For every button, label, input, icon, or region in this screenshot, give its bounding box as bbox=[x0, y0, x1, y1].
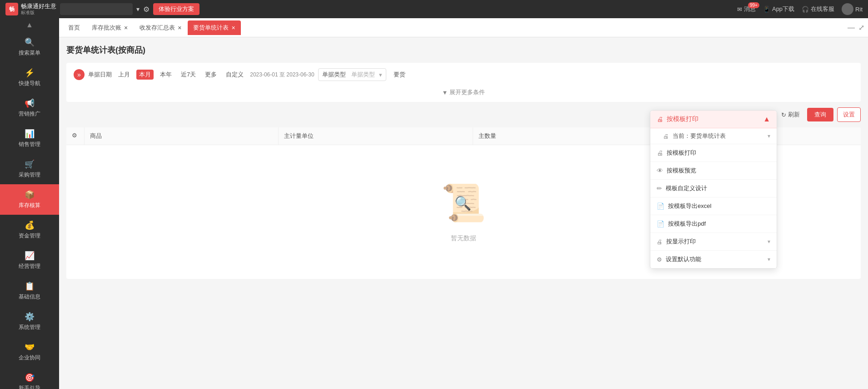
tab-batch-account[interactable]: 库存批次账 × bbox=[86, 20, 133, 35]
filter-expand-button[interactable]: » bbox=[74, 69, 85, 80]
filter-bar: » 单据日期 上月 本月 本年 近7天 更多 自定义 2023-06-01 至 … bbox=[66, 63, 861, 102]
sidebar-item-collab[interactable]: 🤝 企业协同 bbox=[0, 337, 59, 367]
filter-last-month[interactable]: 上月 bbox=[115, 70, 133, 80]
app-logo: 畅 畅康通好生意 标准版 bbox=[5, 3, 56, 15]
print-dropdown: 🖨 按模板打印 ▲ 🖨 当前：要货单统计表 ▾ 🖨 按模板打印 bbox=[650, 110, 777, 269]
current-template-icon: 🖨 bbox=[663, 133, 669, 140]
default-func-chevron: ▾ bbox=[768, 256, 770, 263]
tab-close-receipt-summary[interactable]: × bbox=[178, 25, 181, 31]
message-icon: ✉ bbox=[737, 6, 742, 13]
settings-icon[interactable]: ⚙ bbox=[143, 5, 150, 14]
sidebar-item-inventory[interactable]: 📦 库存核算 bbox=[0, 184, 59, 215]
col-settings-icon: ⚙ bbox=[72, 132, 77, 139]
dropdown-default-func[interactable]: ⚙ 设置默认功能 ▾ bbox=[650, 251, 777, 268]
current-template-row[interactable]: 🖨 当前：要货单统计表 ▾ bbox=[650, 128, 777, 144]
expand-more-icon: ▼ bbox=[442, 89, 448, 96]
filter-more-dates[interactable]: 更多 bbox=[202, 70, 219, 80]
marketing-icon: 📢 bbox=[25, 98, 35, 108]
col-settings[interactable]: ⚙ bbox=[66, 127, 85, 145]
tab-order-summary[interactable]: 要货单统计表 × bbox=[188, 20, 240, 35]
doc-type-select[interactable]: 单据类型 单据类型 ▾ bbox=[318, 68, 386, 81]
app-subtitle: 标准版 bbox=[21, 10, 56, 15]
dropdown-template-design[interactable]: ✏ 模板自定义设计 bbox=[650, 180, 777, 197]
filter-last-7-days[interactable]: 近7天 bbox=[178, 70, 199, 80]
sidebar-item-purchase[interactable]: 🛒 采购管理 bbox=[0, 154, 59, 184]
basic-icon: 📋 bbox=[25, 281, 35, 291]
app-download-button[interactable]: 📱 App下载 bbox=[763, 5, 794, 13]
display-print-icon: 🖨 bbox=[657, 238, 663, 245]
sidebar-item-quick-nav[interactable]: ⚡ 快捷导航 bbox=[0, 62, 59, 93]
sidebar-item-marketing[interactable]: 📢 营销推广 bbox=[0, 93, 59, 123]
settings-button[interactable]: 设置 bbox=[837, 107, 861, 122]
search-dropdown-icon[interactable]: ▾ bbox=[136, 5, 140, 13]
print-dropdown-header-label: 按模板打印 bbox=[667, 115, 698, 123]
goods-type-label: 要货 bbox=[394, 71, 405, 79]
app-download-icon: 📱 bbox=[763, 6, 770, 13]
template-preview-icon: 👁 bbox=[657, 167, 663, 174]
finance-icon: 💰 bbox=[25, 220, 35, 230]
sidebar-item-guide[interactable]: 🎯 新手引导 bbox=[0, 367, 59, 389]
dropdown-template-print[interactable]: 🖨 按模板打印 bbox=[650, 144, 777, 162]
tab-minimize-button[interactable]: — bbox=[848, 23, 855, 32]
empty-illustration: 📜 🔍 bbox=[441, 182, 486, 227]
tab-bar-right: — ⤢ bbox=[848, 23, 864, 32]
operation-icon: 📈 bbox=[25, 251, 35, 261]
trial-button[interactable]: 体验行业方案 bbox=[153, 3, 200, 15]
message-button[interactable]: ✉ 消息 99+ bbox=[737, 5, 756, 13]
dropdown-template-preview[interactable]: 👁 按模板预览 bbox=[650, 162, 777, 180]
sidebar-item-operation[interactable]: 📈 经营管理 bbox=[0, 245, 59, 276]
template-design-icon: ✏ bbox=[657, 185, 662, 192]
sidebar-item-basic[interactable]: 📋 基础信息 bbox=[0, 276, 59, 306]
collab-icon: 🤝 bbox=[25, 342, 35, 352]
system-icon: ⚙️ bbox=[25, 312, 35, 322]
message-badge: 99+ bbox=[748, 2, 759, 8]
sidebar-item-finance[interactable]: 💰 资金管理 bbox=[0, 215, 59, 245]
tab-receipt-summary[interactable]: 收发存汇总表 × bbox=[134, 20, 187, 35]
filter-expand-more-container: ▼ 展开更多条件 bbox=[74, 88, 853, 96]
top-bar: 畅 畅康通好生意 标准版 ▾ ⚙ 体验行业方案 ✉ 消息 99+ 📱 App下载… bbox=[0, 0, 868, 18]
export-excel-icon: 📄 bbox=[657, 202, 664, 210]
date-filter-label: 单据日期 bbox=[88, 71, 112, 79]
sales-icon: 📊 bbox=[25, 129, 35, 139]
print-dropdown-header[interactable]: 🖨 按模板打印 ▲ bbox=[650, 111, 777, 128]
dropdown-display-print[interactable]: 🖨 按显示打印 ▾ bbox=[650, 233, 777, 251]
dropdown-template-export-pdf[interactable]: 📄 按模板导出pdf bbox=[650, 215, 777, 233]
filter-custom-date[interactable]: 自定义 bbox=[223, 70, 246, 80]
tab-maximize-button[interactable]: ⤢ bbox=[858, 23, 864, 32]
search-menu-icon: 🔍 bbox=[25, 37, 35, 47]
dropdown-template-export-excel[interactable]: 📄 按模板导出excel bbox=[650, 197, 777, 215]
expand-more-button[interactable]: ▼ 展开更多条件 bbox=[442, 88, 485, 96]
user-avatar[interactable]: Rit bbox=[842, 3, 863, 15]
refresh-button[interactable]: ↻ 刷新 bbox=[778, 109, 803, 121]
avatar-image bbox=[842, 3, 853, 15]
refresh-icon: ↻ bbox=[781, 111, 786, 118]
print-dropdown-header-icon: 🖨 bbox=[657, 116, 663, 123]
sidebar-scroll-up[interactable]: ▲ bbox=[0, 18, 59, 32]
tab-home[interactable]: 首页 bbox=[63, 20, 85, 35]
current-template-label: 当前：要货单统计表 bbox=[673, 132, 726, 140]
filter-this-year[interactable]: 本年 bbox=[157, 70, 175, 80]
col-unit: 主计量单位 bbox=[279, 127, 473, 145]
template-print-icon: 🖨 bbox=[657, 149, 663, 157]
sidebar: ▲ 🔍 搜索菜单 ⚡ 快捷导航 📢 营销推广 📊 销售管理 🛒 采购管理 📦 库… bbox=[0, 18, 59, 389]
display-print-chevron: ▾ bbox=[768, 238, 770, 245]
main-layout: ▲ 🔍 搜索菜单 ⚡ 快捷导航 📢 营销推广 📊 销售管理 🛒 采购管理 📦 库… bbox=[0, 18, 868, 389]
doc-type-dropdown-icon: ▾ bbox=[379, 71, 382, 78]
tab-bar: 首页 库存批次账 × 收发存汇总表 × 要货单统计表 × — ⤢ bbox=[59, 18, 868, 37]
online-service-button[interactable]: 🎧 在线客服 bbox=[802, 5, 834, 13]
default-func-icon: ⚙ bbox=[657, 256, 662, 263]
col-quantity: 主数量 bbox=[473, 127, 667, 145]
sidebar-item-sales[interactable]: 📊 销售管理 bbox=[0, 123, 59, 154]
sidebar-item-search[interactable]: 🔍 搜索菜单 bbox=[0, 32, 59, 62]
date-range-display: 2023-06-01 至 2023-06-30 bbox=[250, 71, 314, 79]
col-goods: 商品 bbox=[85, 127, 279, 145]
export-pdf-icon: 📄 bbox=[657, 220, 664, 227]
tab-close-order-summary[interactable]: × bbox=[231, 25, 235, 31]
purchase-icon: 🛒 bbox=[25, 159, 35, 169]
tab-close-batch-account[interactable]: × bbox=[124, 25, 128, 31]
sidebar-item-system[interactable]: ⚙️ 系统管理 bbox=[0, 306, 59, 337]
query-button[interactable]: 查询 bbox=[807, 108, 833, 121]
empty-text: 暂无数据 bbox=[451, 234, 476, 242]
filter-this-month[interactable]: 本月 bbox=[136, 70, 154, 80]
search-input[interactable] bbox=[60, 3, 133, 15]
